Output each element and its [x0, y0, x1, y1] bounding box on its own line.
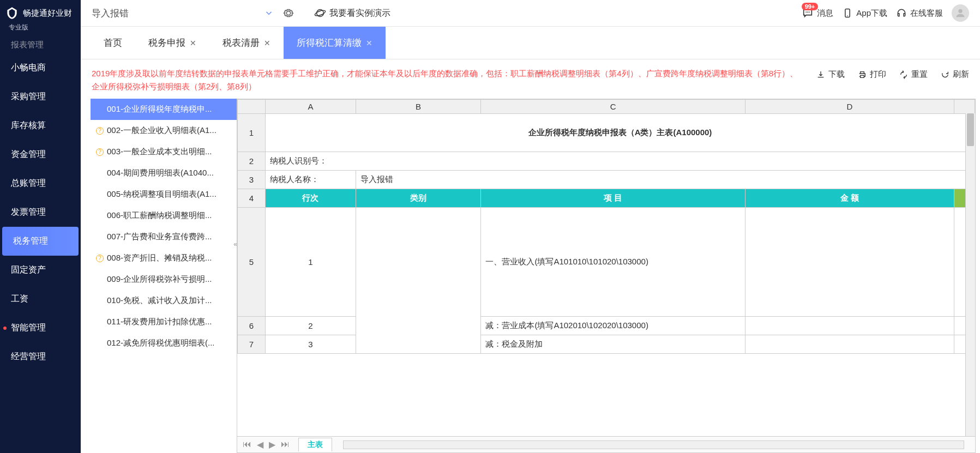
cell-item[interactable]: 减：税金及附加	[481, 335, 745, 354]
header-category[interactable]: 类别	[356, 189, 481, 208]
close-icon[interactable]: ✕	[190, 39, 196, 47]
cell-line-no[interactable]: 2	[266, 317, 356, 335]
sidebar-item-salary[interactable]: 工资	[0, 285, 81, 313]
sidebar-item-inventory[interactable]: 库存核算	[0, 111, 81, 140]
tab-income-tax[interactable]: 所得税汇算清缴 ✕	[284, 27, 386, 59]
tree-item[interactable]: 012-减免所得税优惠明细表(...	[91, 333, 237, 354]
row-header[interactable]: 1	[238, 114, 266, 152]
sidebar-item-assets[interactable]: 固定资产	[0, 256, 81, 285]
col-header[interactable]: A	[266, 100, 356, 114]
cell-amount[interactable]	[745, 335, 954, 354]
svg-point-4	[807, 11, 808, 13]
messages-button[interactable]: 99+ 消息	[802, 7, 833, 19]
print-label: 打印	[870, 69, 886, 80]
sidebar-item-business[interactable]: 经营管理	[0, 342, 81, 371]
gear-icon[interactable]	[282, 7, 294, 19]
search-box[interactable]: 导入报错	[92, 7, 274, 20]
col-header[interactable]: B	[356, 100, 481, 114]
col-header[interactable]: C	[481, 100, 745, 114]
row-header[interactable]: 7	[238, 335, 266, 354]
download-button[interactable]: 下载	[816, 69, 845, 80]
form-tree: 001-企业所得税年度纳税申... ?002-一般企业收入明细表(A1... ?…	[91, 99, 237, 453]
tab-tax-list[interactable]: 税表清册 ✕	[209, 27, 284, 59]
sheet-title[interactable]: 企业所得税年度纳税申报表（A类）主表(A100000)	[266, 114, 975, 152]
sheet-tab[interactable]: 主表	[298, 438, 332, 451]
close-icon[interactable]: ✕	[366, 39, 372, 47]
sidebar-item-ecommerce[interactable]: 小畅电商	[0, 53, 81, 82]
header-item[interactable]: 项 目	[481, 189, 745, 208]
tree-item[interactable]: 010-免税、减计收入及加计...	[91, 290, 237, 311]
svg-point-7	[847, 15, 848, 16]
close-icon[interactable]: ✕	[264, 39, 270, 47]
horizontal-scrollbar[interactable]	[343, 440, 964, 449]
tree-item[interactable]: ?003-一般企业成本支出明细...	[91, 141, 237, 162]
search-value: 导入报错	[92, 7, 129, 20]
row-header[interactable]: 3	[238, 171, 266, 189]
sheet-corner[interactable]	[238, 100, 266, 114]
tree-item[interactable]: 001-企业所得税年度纳税申...	[91, 99, 237, 120]
cell-amount[interactable]	[745, 317, 954, 335]
topbar: 导入报错 我要看实例演示 99+ 消息	[81, 0, 980, 27]
sidebar-item-purchase[interactable]: 采购管理	[0, 82, 81, 111]
tab-home[interactable]: 首页	[91, 27, 135, 59]
sidebar-item-partial[interactable]: 报表管理	[0, 37, 81, 53]
cell-item[interactable]: 减：营业成本(填写A102010\102020\103000)	[481, 317, 745, 335]
svg-point-2	[314, 9, 326, 17]
reset-label: 重置	[911, 69, 928, 80]
refresh-button[interactable]: 刷新	[941, 69, 969, 80]
taxpayer-id-label[interactable]: 纳税人识别号：	[266, 152, 975, 171]
download-icon	[816, 70, 825, 79]
row-header[interactable]: 4	[238, 189, 266, 208]
svg-point-8	[958, 9, 962, 13]
demo-link[interactable]: 我要看实例演示	[314, 7, 390, 19]
taxpayer-name-value[interactable]: 导入报错	[356, 171, 975, 189]
sidebar-item-ledger[interactable]: 总账管理	[0, 169, 81, 198]
taxpayer-name-label[interactable]: 纳税人名称：	[266, 171, 356, 189]
sheet-last-icon[interactable]: ⏭	[279, 439, 292, 450]
vertical-scrollbar[interactable]	[965, 113, 975, 436]
col-header[interactable]: D	[745, 100, 954, 114]
tree-item[interactable]: 006-职工薪酬纳税调整明细...	[91, 205, 237, 226]
logo: 畅捷通好业财	[0, 0, 81, 23]
cell-amount[interactable]	[745, 208, 954, 317]
tree-item[interactable]: 009-企业所得税弥补亏损明...	[91, 269, 237, 290]
row-header[interactable]: 6	[238, 317, 266, 335]
refresh-icon	[941, 70, 949, 79]
tab-tax-declare[interactable]: 税务申报 ✕	[135, 27, 209, 59]
avatar[interactable]	[952, 4, 969, 22]
header-line-no[interactable]: 行次	[266, 189, 356, 208]
sidebar-item-smart[interactable]: 智能管理	[0, 313, 81, 342]
chevron-down-icon[interactable]	[264, 8, 274, 18]
sidebar-nav: 报表管理 小畅电商 采购管理 库存核算 资金管理 总账管理 发票管理 税务管理 …	[0, 37, 81, 453]
planet-icon	[314, 7, 326, 19]
tree-item[interactable]: ?002-一般企业收入明细表(A1...	[91, 120, 237, 141]
row-header[interactable]: 5	[238, 208, 266, 317]
sidebar-item-funds[interactable]: 资金管理	[0, 140, 81, 169]
header-amount[interactable]: 金 额	[745, 189, 954, 208]
reset-icon	[899, 70, 908, 79]
tree-item[interactable]: 007-广告费和业务宣传费跨...	[91, 226, 237, 247]
col-header[interactable]	[954, 100, 975, 114]
sheet-next-icon[interactable]: ▶	[267, 439, 278, 450]
headset-icon	[896, 8, 907, 19]
cell-category[interactable]	[356, 208, 481, 354]
row-header[interactable]: 2	[238, 152, 266, 171]
tree-item[interactable]: 004-期间费用明细表(A1040...	[91, 162, 237, 184]
cell-line-no[interactable]: 1	[266, 208, 356, 317]
reset-button[interactable]: 重置	[899, 69, 928, 80]
tree-item[interactable]: 011-研发费用加计扣除优惠...	[91, 311, 237, 333]
tab-label: 税表清册	[223, 37, 260, 49]
cell-item[interactable]: 一、营业收入(填写A101010\101020\103000)	[481, 208, 745, 317]
print-button[interactable]: 打印	[858, 69, 886, 80]
sidebar-item-invoice[interactable]: 发票管理	[0, 198, 81, 227]
support-label: 在线客服	[910, 8, 943, 19]
sheet-first-icon[interactable]: ⏮	[241, 439, 254, 450]
support-button[interactable]: 在线客服	[896, 8, 943, 19]
svg-point-3	[806, 11, 807, 13]
sidebar-item-tax[interactable]: 税务管理	[2, 227, 79, 256]
tree-item[interactable]: ?008-资产折旧、摊销及纳税...	[91, 247, 237, 269]
cell-line-no[interactable]: 3	[266, 335, 356, 354]
tree-item[interactable]: 005-纳税调整项目明细表(A1...	[91, 184, 237, 205]
sheet-prev-icon[interactable]: ◀	[255, 439, 266, 450]
app-download-button[interactable]: App下载	[842, 8, 887, 19]
